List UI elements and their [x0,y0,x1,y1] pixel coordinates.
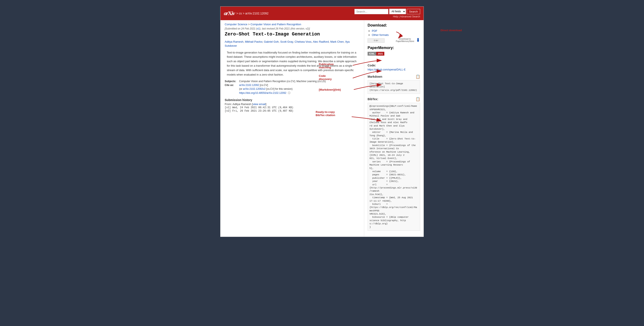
papermemory-title: PaperMemory: [368,46,420,50]
download-store-icon[interactable]: ⬇ [416,37,420,43]
left-panel: Computer Science > Computer Vision and P… [220,20,364,237]
bibtex-label: BibTex: [368,97,378,101]
main-window: arXiv > cs > arXiv:2102.12092 All fields… [220,6,424,237]
arxiv-logo[interactable]: arXiv [224,10,235,17]
markdown-header: Markdown 📋 [368,74,420,79]
cv-link[interactable]: Computer Vision and Pattern Recognition [250,23,301,26]
subjects-row: Subjects: Computer Vision and Pattern Re… [225,80,360,83]
author-goh[interactable]: Gabriel Goh [264,40,279,43]
author-chen[interactable]: Mark Chen [330,40,344,43]
breadcrumb: Computer Science > Computer Vision and P… [225,23,360,26]
cs-link[interactable]: Computer Science [225,23,248,26]
bibtex-section: BibTex: 📋 @inproceedings{DBLP:conf/icml/… [368,97,420,231]
subjects-label: Subjects: [225,80,238,83]
v2-history: [v2] Fri, 26 Feb 2021 23:26:05 UTC (9,40… [225,109,360,112]
main-content: Computer Science > Computer Vision and P… [220,20,424,237]
icml-label: ICML [368,52,376,56]
from-line: From: Aditya Ramesh [view email] [225,102,360,106]
cite-as-label: Cite as: [225,84,238,87]
icml-badge: ICML 2021 [368,52,384,56]
papermemory-section: PaperMemory: ICML 2021 [368,46,420,57]
advanced-search-link[interactable]: Advanced Search [400,15,420,18]
other-formats-item: Other formats [372,33,420,37]
copy-bibtex-icon[interactable]: 📋 [416,97,420,101]
search-input[interactable] [354,9,388,14]
cite-as-row: Cite as: arXiv:2102.12092 [cs.CV] [225,84,360,87]
header-breadcrumb: > cs > arXiv:2102.12092 [236,12,268,15]
abstract: Text-to-image generation has traditional… [225,51,360,77]
pdf-link[interactable]: PDF [372,29,377,33]
metadata-table: Subjects: Computer Vision and Pattern Re… [225,80,360,95]
v1-link[interactable]: v1 [257,27,260,30]
author-pavlov[interactable]: Mikhail Pavlov [245,40,262,43]
download-store-row: Download to PaperMemoryStore ⬇ [396,37,420,43]
license-badge: © BY [368,38,384,43]
search-select[interactable]: All fields [389,9,406,14]
arxiv-x: X [228,10,232,16]
search-row: All fields Search [354,9,420,14]
bibtex-content: @inproceedings{DBLP:conf/icml/RameshPGGV… [368,103,420,231]
submission-history-title: Submission history [225,98,360,102]
header-links: Help | Advanced Search [393,15,420,18]
cite-or-value: (or arXiv:2102.12092v2 [cs.CV] for this … [239,87,292,90]
paper-title: Zero–Shot Text-to-Image Generation [225,31,360,38]
page-wrapper: arXiv > cs > arXiv:2102.12092 All fields… [220,6,424,237]
v1-history: [v1] Wed, 24 Feb 2021 06:42:31 UTC (9,46… [225,106,360,109]
header-right: All fields Search Help | Advanced Search [354,9,420,18]
view-email-link[interactable]: view email [253,102,266,106]
info-icon: ⓘ [288,91,290,94]
author-radford[interactable]: Alec Radford [313,40,329,43]
year-label: 2021 [376,52,384,56]
search-button[interactable]: Search [407,9,420,14]
author-gray[interactable]: Scott Gray [280,40,293,43]
right-panel: Download: PDF Other formats © BY Pa [364,20,424,237]
download-store-text: Download to PaperMemoryStore [396,38,414,43]
download-links: PDF Other formats [368,29,420,37]
cite-as-link[interactable]: arXiv:2102.12092 [239,84,259,87]
code-link[interactable]: https://github.com/openai/DALL-E [368,68,406,71]
copy-markdown-icon[interactable]: 📋 [416,74,420,79]
cite-or-row: (or arXiv:2102.12092v2 [cs.CV] for this … [225,87,360,90]
annotation-direct-download: Direct download [440,29,462,32]
cite-as-value: arXiv:2102.12092 [cs.CV] [239,84,268,87]
subjects-value: Computer Vision and Pattern Recognition … [239,80,326,83]
cite-or-link[interactable]: arXiv:2102.12092v2 [243,87,266,90]
breadcrumb-separator: > [248,23,250,26]
doi-row: https://doi.org/10.48550/arXiv.2102.1209… [225,91,360,95]
header-left: arXiv > cs > arXiv:2102.12092 [224,10,268,17]
submission-info: [Submitted on 24 Feb 2021 (v1), last rev… [225,27,360,30]
site-header: arXiv > cs > arXiv:2102.12092 All fields… [220,7,424,20]
authors-list: Aditya Ramesh, Mikhail Pavlov, Gabriel G… [225,40,360,48]
download-title: Download: [368,23,420,28]
doi-link[interactable]: https://doi.org/10.48550/arXiv.2102.1209… [239,91,286,94]
author-ramesh[interactable]: Aditya Ramesh [225,40,243,43]
markdown-content: [Zero-Shot Text-to-Image Generation](htt… [368,80,420,94]
bibtex-header: BibTex: 📋 [368,97,420,101]
markdown-label: Markdown [368,75,382,78]
other-formats-link[interactable]: Other formats [372,33,388,37]
help-link[interactable]: Help [393,15,398,18]
markdown-section: Markdown 📋 [Zero-Shot Text-to-Image Gene… [368,74,420,94]
submission-history: Submission history From: Aditya Ramesh [… [225,98,360,112]
code-section: Code: https://github.com/openai/DALL-E [368,64,420,71]
author-voss[interactable]: Chelsea Voss [295,40,312,43]
code-label: Code: [368,64,420,67]
pdf-item: PDF [372,29,420,33]
license-text: © BY [374,40,378,42]
